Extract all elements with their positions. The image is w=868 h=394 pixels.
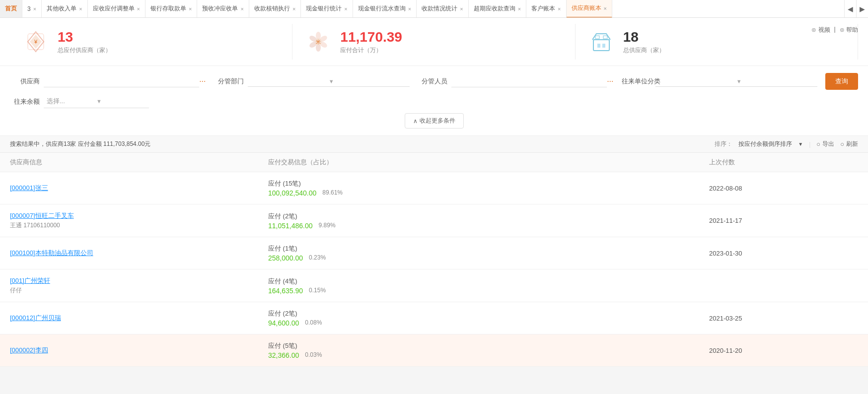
- close-tab-prepay[interactable]: ×: [240, 6, 243, 12]
- query-button[interactable]: 查询: [825, 73, 858, 90]
- nav-tab-3[interactable]: 3 ×: [22, 0, 42, 18]
- svg-text:¥: ¥: [34, 39, 38, 45]
- top-nav: 首页 3 × 其他收入单 × 应收应付调整单 × 银行存取款单 × 预收冲应收单…: [0, 0, 868, 18]
- nav-tab-collection[interactable]: 收款核销执行 ×: [249, 0, 301, 18]
- tab-other-income-label: 其他收入单: [47, 4, 76, 13]
- nav-tab-collection-stat[interactable]: 收款情况统计 ×: [417, 0, 468, 18]
- balance-select[interactable]: 选择... ▼: [44, 95, 149, 108]
- supplier-dots[interactable]: ···: [199, 77, 206, 86]
- sort-label: 排序：: [715, 140, 732, 148]
- export-button[interactable]: ○ 导出: [816, 140, 834, 148]
- category-select[interactable]: ▼: [655, 76, 818, 87]
- nav-tab-cash-flow[interactable]: 现金银行流水查询 ×: [353, 0, 417, 18]
- tab-supplier-ledger-label: 供应商账本: [572, 4, 601, 12]
- nav-tab-home[interactable]: 首页: [0, 0, 22, 18]
- nav-tab-overdue[interactable]: 超期应收款查询 ×: [469, 0, 526, 18]
- trans-percent-2: 9.89%: [319, 222, 336, 229]
- dept-field: 分管部门 ▼: [214, 76, 410, 87]
- tab-prepay-label: 预收冲应收单: [202, 4, 238, 13]
- trans-info-6: 应付 (5笔) 32,366.00 0.03%: [268, 341, 709, 359]
- payable-total-text: 11,170.39 应付合计（万）: [340, 29, 402, 55]
- last-date-value-5: 2021-03-25: [709, 315, 742, 322]
- close-tab-collection[interactable]: ×: [292, 6, 295, 12]
- help-link[interactable]: ⊙ 帮助: [840, 26, 858, 34]
- payable-suppliers-label: 总应付供应商（家）: [58, 46, 111, 55]
- refresh-button[interactable]: ○ 刷新: [840, 140, 858, 148]
- person-input[interactable]: [451, 75, 607, 87]
- trans-label-4: 应付 (4笔): [268, 277, 709, 286]
- collapse-button[interactable]: ∧ 收起更多条件: [405, 113, 464, 129]
- tab-overdue-label: 超期应收款查询: [474, 4, 515, 13]
- svg-rect-15: [602, 44, 605, 48]
- close-tab-customer-ledger[interactable]: ×: [558, 6, 561, 12]
- trans-amount-5[interactable]: 94,600.00: [268, 319, 299, 327]
- close-tab-bank[interactable]: ×: [189, 6, 192, 12]
- last-date-5: 2021-03-25: [709, 315, 858, 322]
- person-field: 分管人员 ···: [418, 75, 614, 87]
- close-tab-overdue[interactable]: ×: [518, 6, 521, 12]
- nav-arrow-left[interactable]: ◀: [844, 0, 856, 18]
- nav-tab-prepay[interactable]: 预收冲应收单 ×: [197, 0, 249, 18]
- close-tab-receivable-adjust[interactable]: ×: [137, 6, 140, 12]
- supplier-link-5[interactable]: [000012]广州贝瑞: [10, 314, 268, 323]
- last-date-value-3: 2023-01-30: [709, 250, 742, 257]
- person-dots[interactable]: ···: [607, 77, 613, 86]
- payable-total-number: 11,170.39: [340, 29, 402, 46]
- dept-select[interactable]: ▼: [248, 76, 410, 87]
- home-tab-label: 首页: [5, 4, 17, 13]
- trans-percent-4: 0.15%: [309, 287, 326, 294]
- trans-amount-2[interactable]: 11,051,486.00: [268, 222, 313, 230]
- nav-tab-supplier-ledger[interactable]: 供应商账本 ×: [567, 0, 612, 18]
- trans-info-4: 应付 (4笔) 164,635.90 0.15%: [268, 277, 709, 295]
- export-icon: ○: [816, 140, 820, 148]
- table-area: 供应商信息 应付交易信息（占比） 上次付数 [000001]张三 应付 (15笔…: [0, 153, 868, 367]
- close-tab-other-income[interactable]: ×: [79, 6, 82, 12]
- balance-dropdown-icon: ▼: [96, 98, 146, 104]
- trans-amount-6[interactable]: 32,366.00: [268, 351, 299, 359]
- trans-amount-4[interactable]: 164,635.90: [268, 287, 303, 295]
- sort-value[interactable]: 按应付余额倒序排序: [738, 140, 792, 148]
- close-tab-cash-stat[interactable]: ×: [344, 6, 347, 12]
- nav-tab-receivable-adjust[interactable]: 应收应付调整单 ×: [88, 0, 145, 18]
- table-row: [001]广州荣轩 仔仔 应付 (4笔) 164,635.90 0.15%: [0, 269, 868, 302]
- nav-arrow-right[interactable]: ▶: [856, 0, 868, 18]
- nav-tab-cash-stat[interactable]: 现金银行统计 ×: [301, 0, 353, 18]
- close-tab-3[interactable]: ×: [33, 6, 36, 12]
- trans-amount-3[interactable]: 258,000.00: [268, 254, 303, 262]
- close-tab-collection-stat[interactable]: ×: [460, 6, 463, 12]
- tab-receivable-adjust-label: 应收应付调整单: [93, 4, 135, 13]
- trans-percent-5: 0.08%: [305, 319, 322, 326]
- total-suppliers-label: 总供应商（家）: [623, 46, 665, 55]
- svg-rect-14: [597, 44, 600, 48]
- supplier-link-6[interactable]: [000002]李四: [10, 346, 268, 355]
- trans-info-1: 应付 (15笔) 100,092,540.00 89.61%: [268, 179, 709, 197]
- sort-arrow-icon[interactable]: ▼: [798, 141, 803, 147]
- last-date-2: 2021-11-17: [709, 217, 858, 224]
- person-label: 分管人员: [418, 77, 447, 86]
- last-date-3: 2023-01-30: [709, 250, 858, 257]
- close-tab-cash-flow[interactable]: ×: [408, 6, 411, 12]
- supplier-label: 供应商: [10, 77, 40, 86]
- tab-cash-flow-label: 现金银行流水查询: [358, 4, 406, 13]
- svg-rect-17: [595, 36, 599, 39]
- supplier-input[interactable]: [44, 75, 199, 87]
- supplier-link-4[interactable]: [001]广州荣轩: [10, 276, 268, 285]
- nav-tab-customer-ledger[interactable]: 客户账本 ×: [526, 0, 566, 18]
- video-link[interactable]: ⊙ 视频: [811, 26, 830, 34]
- supplier-link-2[interactable]: [000007]恒旺二手叉车: [10, 211, 268, 220]
- supplier-link-3[interactable]: [000100]本特勒油品有限公司: [10, 249, 268, 258]
- trans-amount-1[interactable]: 100,092,540.00: [268, 189, 316, 197]
- trans-cell-1: 100,092,540.00 89.61%: [268, 188, 709, 197]
- trans-percent-1: 89.61%: [322, 189, 343, 196]
- table-row: [000012]广州贝瑞 应付 (2笔) 94,600.00 0.08% 202…: [0, 302, 868, 334]
- supplier-info-6: [000002]李四: [10, 346, 268, 355]
- nav-tab-bank[interactable]: 银行存取款单 ×: [145, 0, 197, 18]
- nav-tab-other-income[interactable]: 其他收入单 ×: [42, 0, 87, 18]
- total-suppliers-number: 18: [623, 29, 665, 46]
- refresh-icon: ○: [840, 140, 844, 148]
- results-actions: 排序： 按应付余额倒序排序 ▼ | ○ 导出 ○ 刷新: [715, 140, 858, 148]
- trans-info-5: 应付 (2笔) 94,600.00 0.08%: [268, 309, 709, 327]
- supplier-info-3: [000100]本特勒油品有限公司: [10, 249, 268, 258]
- supplier-link-1[interactable]: [000001]张三: [10, 184, 268, 193]
- close-tab-supplier-ledger[interactable]: ×: [604, 5, 607, 11]
